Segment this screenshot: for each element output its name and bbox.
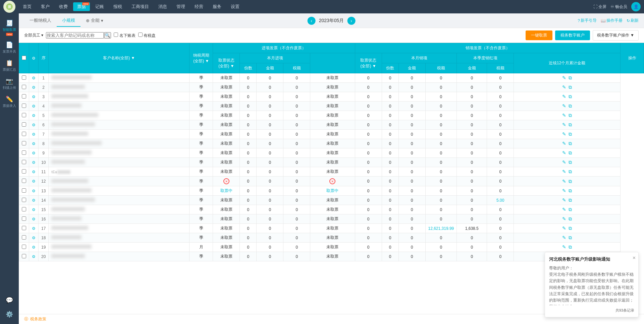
th-out-status[interactable]: 取票状态(全部) ▼ [355, 53, 382, 73]
row-settings-icon[interactable]: ⚙ [32, 94, 36, 99]
detail-action-icon[interactable]: ⧉ [569, 131, 572, 137]
cumulative-value[interactable]: 5.00 [496, 198, 504, 203]
sidebar-item-scan-upload[interactable]: 📷 扫描上传 [0, 75, 19, 93]
nav-fee[interactable]: 收费 [55, 2, 72, 11]
tax-policy-label[interactable]: 税务政策 [30, 316, 46, 322]
row-checkbox-16[interactable] [22, 216, 26, 221]
row-checkbox-7[interactable] [22, 132, 26, 136]
sidebar-chat[interactable]: 💬 [6, 294, 13, 307]
client-name-cell[interactable] [49, 83, 190, 92]
nav-service[interactable]: 服务 [209, 2, 225, 11]
tab-small-scale[interactable]: 小规模 [57, 15, 80, 27]
row-settings-icon[interactable]: ⚙ [32, 189, 36, 193]
tab-general-taxpayer[interactable]: 一般纳税人 [24, 15, 57, 27]
row-checkbox-17[interactable] [22, 226, 26, 230]
row-settings-icon[interactable]: ⚙ [32, 198, 36, 203]
row-checkbox-15[interactable] [22, 207, 26, 211]
th-client-name[interactable]: 客户名称(全部) ▼ [49, 43, 190, 73]
edit-action-icon[interactable]: ✎ [562, 150, 566, 155]
sidebar-item-invoice-summary[interactable]: 📋 票据汇总 [0, 57, 19, 75]
edit-action-icon[interactable]: ✎ [562, 94, 566, 99]
client-name-cell[interactable] [49, 205, 190, 214]
client-name-cell[interactable] [49, 92, 190, 102]
client-name-cell[interactable] [49, 139, 190, 148]
edit-action-icon[interactable]: ✎ [562, 207, 566, 212]
edit-action-icon[interactable]: ✎ [562, 131, 566, 137]
edit-action-icon[interactable]: ✎ [562, 75, 566, 80]
popup-close-button[interactable]: × [633, 255, 636, 261]
sidebar-item-smart-invoice[interactable]: 🧾 智能取票 new [0, 17, 19, 39]
prev-month-button[interactable]: ‹ [308, 17, 316, 25]
sidebar-item-invoice-entry[interactable]: ✏️ 票据录入 [0, 93, 19, 111]
nav-client[interactable]: 客户 [37, 2, 54, 11]
tax-digital-op-button[interactable]: 税务数字账户操作 ▼ [593, 30, 639, 41]
app-logo[interactable]: 票 [3, 1, 15, 13]
nav-home[interactable]: 首页 [19, 2, 36, 11]
row-settings-icon[interactable]: ⚙ [32, 217, 36, 221]
detail-action-icon[interactable]: ⧉ [569, 141, 572, 146]
client-name-cell[interactable]: tEa [49, 167, 190, 177]
client-name-cell[interactable] [49, 148, 190, 158]
edit-action-icon[interactable]: ✎ [562, 159, 566, 165]
edit-action-icon[interactable]: ✎ [562, 113, 566, 118]
select-all-checkbox[interactable] [22, 56, 26, 60]
tab-all-capable[interactable]: ⊕ 全能 ▾ [80, 15, 109, 27]
row-settings-icon[interactable]: ⚙ [32, 76, 36, 80]
nav-invoice[interactable]: 票据 new [73, 2, 90, 11]
row-settings-icon[interactable]: ⚙ [32, 151, 36, 155]
sidebar-item-invoice-issue[interactable]: 📄 发票开具 [0, 39, 19, 57]
row-checkbox-4[interactable] [22, 104, 26, 108]
detail-action-icon[interactable]: ⧉ [569, 113, 572, 118]
row-checkbox-1[interactable] [22, 75, 26, 80]
has-taxdisk-checkbox[interactable] [138, 33, 143, 37]
row-settings-icon[interactable]: ⚙ [32, 245, 36, 250]
client-name-cell[interactable] [49, 177, 190, 186]
detail-action-icon[interactable]: ⧉ [569, 197, 572, 203]
edit-action-icon[interactable]: ✎ [562, 179, 566, 184]
nav-business[interactable]: 工商项目 [127, 2, 153, 11]
row-settings-icon[interactable]: ⚙ [32, 85, 36, 90]
client-name-cell[interactable] [49, 233, 190, 243]
client-name-cell[interactable] [49, 120, 190, 130]
client-name-cell[interactable] [49, 111, 190, 120]
return-amount-value[interactable]: 12,621,319.99 [428, 226, 454, 231]
row-checkbox-20[interactable] [22, 254, 26, 258]
edit-action-icon[interactable]: ✎ [562, 122, 566, 127]
my-accounts-checkbox[interactable] [114, 33, 118, 37]
nav-manage[interactable]: 管理 [172, 2, 189, 11]
sidebar-settings[interactable]: ⚙️ [6, 308, 13, 321]
client-name-cell[interactable] [49, 73, 190, 83]
row-checkbox-3[interactable] [22, 94, 26, 99]
client-name-cell[interactable] [49, 196, 190, 205]
client-name-cell[interactable] [49, 130, 190, 139]
row-checkbox-19[interactable] [22, 245, 26, 249]
edit-action-icon[interactable]: ✎ [562, 225, 566, 231]
row-settings-icon[interactable]: ⚙ [32, 226, 36, 231]
row-settings-icon[interactable]: ⚙ [32, 132, 36, 137]
nav-message[interactable]: 消息 [154, 2, 171, 11]
client-name-cell[interactable] [49, 243, 190, 252]
row-settings-icon[interactable]: ⚙ [32, 104, 36, 109]
client-name-cell[interactable] [49, 158, 190, 167]
row-checkbox-14[interactable] [22, 198, 26, 202]
row-checkbox-10[interactable] [22, 160, 26, 164]
guide-action[interactable]: ? 新手引导 [578, 18, 597, 23]
edit-action-icon[interactable]: ✎ [562, 235, 566, 240]
detail-action-icon[interactable]: ⧉ [569, 169, 572, 174]
row-settings-icon[interactable]: ⚙ [32, 160, 36, 165]
detail-action-icon[interactable]: ⧉ [569, 94, 572, 99]
edit-action-icon[interactable]: ✎ [562, 197, 566, 203]
detail-action-icon[interactable]: ⧉ [569, 244, 572, 250]
one-key-invoice-button[interactable]: 一键取票 [526, 30, 552, 40]
row-checkbox-12[interactable] [22, 179, 26, 183]
member-action[interactable]: ♾ 畅会员 [610, 4, 627, 10]
detail-action-icon[interactable]: ⧉ [569, 150, 572, 155]
row-checkbox-11[interactable] [22, 169, 26, 174]
row-settings-icon[interactable]: ⚙ [32, 123, 36, 127]
edit-action-icon[interactable]: ✎ [562, 84, 566, 90]
row-settings-icon[interactable]: ⚙ [32, 236, 36, 240]
row-settings-icon[interactable]: ⚙ [32, 179, 36, 184]
edit-action-icon[interactable]: ✎ [562, 216, 566, 221]
client-name-cell[interactable] [49, 102, 190, 111]
detail-action-icon[interactable]: ⧉ [569, 103, 572, 109]
